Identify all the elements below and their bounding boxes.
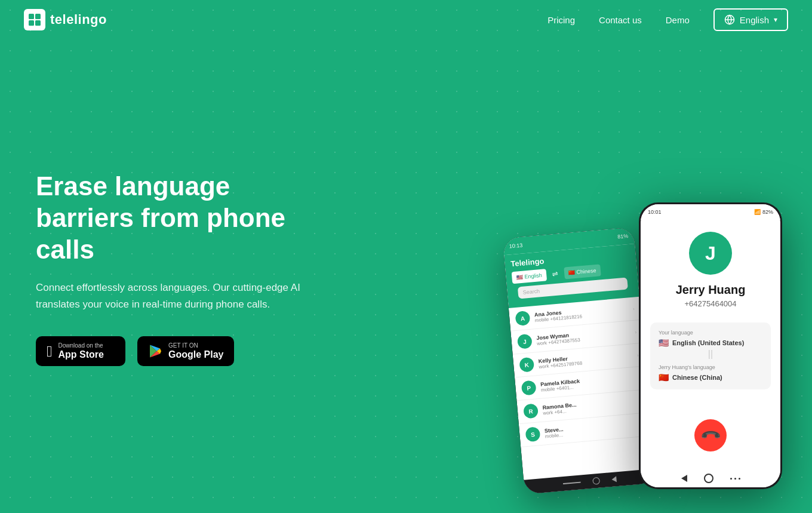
hero-content: Erase language barriers from phone calls… [0,111,358,402]
svg-rect-2 [29,20,34,26]
lang-info-section: Your language 🇺🇸 English (United States)… [650,322,771,389]
googleplay-icon [148,344,162,358]
separator: || [659,349,762,360]
phone-back-screen: 10:13 81% Telelingo 🇺🇸 English ⇌ 🇨🇳 Chin [503,227,656,494]
hero-title: Erase language barriers from phone calls [36,171,322,265]
phone-back-mockup: 10:13 81% Telelingo 🇺🇸 English ⇌ 🇨🇳 Chin [503,227,656,494]
phone-front-statusbar: 10:01 📶 82% [641,204,780,220]
language-selector[interactable]: English ▾ [713,8,788,31]
receiver-lang-tag: 🇨🇳 Chinese [564,264,601,279]
your-lang-value: 🇺🇸 English (United States) [659,338,762,348]
nav-back-icon [611,476,617,483]
phone-front-mockup: 10:01 📶 82% J Jerry Huang +64275464004 Y… [639,202,782,489]
chevron-down-icon: ▾ [774,16,777,24]
end-call-icon: 📞 [699,424,721,446]
language-label: English [740,15,769,25]
logo-text: telelingo [50,12,107,27]
googleplay-text: GET IT ON Google Play [168,342,223,360]
store-buttons:  Download on the App Store GE [36,336,322,366]
home-icon [704,474,713,483]
contact-number-front: +64275464004 [684,299,736,308]
nav-link-pricing[interactable]: Pricing [548,15,575,25]
phone-front-screen: 10:01 📶 82% J Jerry Huang +64275464004 Y… [641,204,780,487]
svg-rect-1 [35,14,41,19]
appstore-text: Download on the App Store [59,342,104,360]
nav-home-icon [592,477,600,485]
contact-avatar-front: J [689,232,732,275]
hero-section: Erase language barriers from phone calls… [0,0,812,513]
logo-icon [24,9,45,30]
nav-link-demo[interactable]: Demo [666,15,690,25]
phone-front-content: J Jerry Huang +64275464004 Your language… [641,220,780,469]
end-call-button[interactable]: 📞 [694,419,727,451]
nav-links: Pricing Contact us Demo English ▾ [548,8,788,31]
contact-name-front: Jerry Huang [676,283,746,297]
logo[interactable]: telelingo [24,9,107,30]
hero-subtitle: Connect effortlessly across languages. O… [36,279,322,312]
svg-rect-0 [29,14,34,19]
phone-contacts: A Ana Jones mobile +64121818216 › J Jose… [509,297,652,447]
phones-mockup: 10:13 81% Telelingo 🇺🇸 English ⇌ 🇨🇳 Chin [502,48,812,513]
recents-icon [730,478,740,480]
your-lang-tag: 🇺🇸 English [512,269,547,284]
nav-bar-icon [563,482,581,485]
their-lang-value: 🇨🇳 Chinese (China) [659,373,762,382]
globe-icon [724,14,735,25]
apple-icon:  [47,343,53,359]
back-icon [681,475,687,482]
phone-front-nav [641,469,780,487]
googleplay-button[interactable]: GET IT ON Google Play [137,336,234,366]
nav-link-contact[interactable]: Contact us [599,15,642,25]
swap-icon: ⇌ [548,268,562,281]
appstore-button[interactable]:  Download on the App Store [36,336,125,366]
svg-rect-3 [35,20,41,26]
navbar: telelingo Pricing Contact us Demo Englis… [0,0,812,39]
